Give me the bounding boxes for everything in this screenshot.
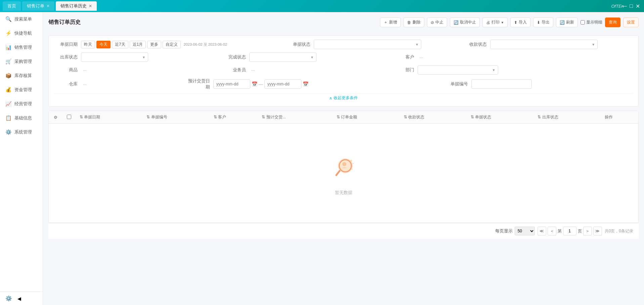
show-detail-checkbox[interactable]: 显示明细 <box>581 20 602 25</box>
sidebar-bottom: ⚙️ ◀ <box>0 292 43 305</box>
delete-button[interactable]: 🗑 删除 <box>403 17 424 27</box>
close-sales-order-history-tab[interactable]: ✕ <box>89 4 92 8</box>
sidebar-item-finance-mgmt[interactable]: 💰 资金管理 <box>0 83 43 97</box>
complete-status-label: 完成状态 <box>222 54 249 60</box>
tab-home[interactable]: 首页 <box>3 1 21 11</box>
table-settings-col[interactable]: ⚙ <box>49 111 62 124</box>
department-select[interactable] <box>418 65 498 75</box>
warehouse-ellipsis[interactable]: ··· <box>81 82 89 87</box>
query-button[interactable]: 查询 <box>605 17 620 27</box>
sidebar-item-basic-info[interactable]: 📋 基础信息 <box>0 111 43 125</box>
tab-sales-order[interactable]: 销售订单 ✕ <box>22 1 54 11</box>
sidebar-item-basic-info-label: 基础信息 <box>14 115 32 121</box>
close-sales-order-tab[interactable]: ✕ <box>46 4 50 8</box>
order-number-input[interactable] <box>471 79 532 89</box>
date-range-text: 2023-06-02 至 2023-06-02 <box>183 42 227 47</box>
sidebar-settings-icon[interactable]: ⚙️ <box>5 295 12 302</box>
col-date[interactable]: ⇅ 单据日期 <box>76 111 142 124</box>
page-first-btn[interactable]: ≪ <box>538 227 546 235</box>
page-next-btn[interactable]: ＞ <box>583 227 592 235</box>
show-detail-input[interactable] <box>581 20 585 25</box>
col-order-status[interactable]: ⇅ 单据状态 <box>467 111 533 124</box>
print-label: 打印 <box>491 20 500 25</box>
add-button[interactable]: ＋ 新增 <box>380 17 401 27</box>
minimize-icon[interactable]: — <box>621 3 627 9</box>
col-receipt-status-label: 收款状态 <box>408 115 424 119</box>
delivery-date-end-input[interactable] <box>264 79 301 89</box>
per-page-dropdown[interactable]: 10 20 50 100 <box>515 227 535 235</box>
refresh-icon: 🔄 <box>560 20 565 25</box>
sidebar-item-sales-mgmt[interactable]: 📊 销售管理 <box>0 40 43 54</box>
cancel-stop-button[interactable]: 🔄 取消中止 <box>450 17 480 27</box>
col-number[interactable]: ⇅ 单据编号 <box>142 111 209 124</box>
date-last7-btn[interactable]: 近7天 <box>112 41 128 48</box>
sidebar-item-inventory-check[interactable]: 📦 库存核算 <box>0 69 43 83</box>
sidebar-item-quick-nav[interactable]: ⚡ 快捷导航 <box>0 26 43 40</box>
col-outbound-status-label: 出库状态 <box>542 115 558 119</box>
date-more-btn[interactable]: 更多 <box>147 41 161 48</box>
stop-icon: ⊘ <box>431 20 434 25</box>
col-number-label: 单据编号 <box>151 115 167 119</box>
col-amount[interactable]: ⇅ 订单金额 <box>333 111 399 124</box>
filter-date-cell: 单据日期 昨天 今天 近7天 近1月 更多 自定义 2023-06-02 至 2… <box>54 41 280 48</box>
col-customer[interactable]: ⇅ 客户 <box>210 111 258 124</box>
date-today-btn[interactable]: 今天 <box>96 41 111 48</box>
order-number-label: 单据编号 <box>444 81 471 87</box>
goods-ellipsis[interactable]: ··· <box>81 68 89 73</box>
sidebar-item-quick-nav-label: 快捷导航 <box>14 30 32 36</box>
import-icon: ⬆ <box>514 20 517 25</box>
export-button[interactable]: ⬇ 导出 <box>533 17 553 27</box>
sidebar-item-search-menu-label: 搜索菜单 <box>14 16 32 22</box>
order-status-select[interactable] <box>314 40 421 49</box>
refresh-label: 刷新 <box>566 20 574 25</box>
customer-ellipsis[interactable]: ··· <box>418 55 425 60</box>
page-label-after: 页 <box>578 228 582 234</box>
calendar-end-icon[interactable]: 📅 <box>303 81 308 87</box>
sidebar-item-search-menu[interactable]: 🔍 搜索菜单 <box>0 12 43 26</box>
toolbar: ＋ 新增 🗑 删除 ⊘ 中止 🔄 取消中止 🖨 打印 <box>380 17 639 27</box>
salesperson-ellipsis[interactable]: ··· <box>249 68 257 73</box>
settings-button[interactable]: 设置 <box>623 17 639 27</box>
date-yesterday-btn[interactable]: 昨天 <box>81 41 95 48</box>
print-arrow-icon: ▼ <box>501 21 504 24</box>
col-delivery[interactable]: ⇅ 预计交货... <box>258 111 333 124</box>
table-check-col[interactable] <box>62 111 76 124</box>
calendar-start-icon[interactable]: 📅 <box>252 81 257 87</box>
page-last-btn[interactable]: ≫ <box>593 227 602 235</box>
basic-info-icon: 📋 <box>5 115 12 121</box>
sidebar-item-system-mgmt[interactable]: ⚙️ 系统管理 <box>0 125 43 139</box>
empty-state-cell: 暂无数据 <box>49 124 638 223</box>
filter-row-2: 出库状态 ▼ 完成状态 ▼ 客户 ··· <box>54 52 633 62</box>
select-all-checkbox[interactable] <box>67 115 71 119</box>
sidebar-item-operations-mgmt[interactable]: 📈 经营管理 <box>0 97 43 111</box>
maximize-icon[interactable]: □ <box>630 3 633 9</box>
date-last1month-btn[interactable]: 近1月 <box>130 41 146 48</box>
tab-sales-order-history[interactable]: 销售订单历史 ✕ <box>56 1 97 11</box>
page-input[interactable] <box>563 227 576 235</box>
delivery-date-start-input[interactable] <box>213 79 250 89</box>
col-outbound-status[interactable]: ⇅ 出库状态 <box>533 111 600 124</box>
col-action: 操作 <box>601 111 638 124</box>
sidebar-item-inventory-check-label: 库存核算 <box>14 73 32 79</box>
filter-outbound-status-cell: 出库状态 ▼ <box>54 52 216 62</box>
sidebar-collapse-icon[interactable]: ◀ <box>17 296 21 301</box>
receipt-status-select[interactable] <box>490 40 598 49</box>
close-icon[interactable]: ✕ <box>636 3 640 9</box>
empty-text: 暂无数据 <box>335 190 352 196</box>
main-layout: 🔍 搜索菜单 ⚡ 快捷导航 📊 销售管理 🛒 采购管理 📦 库存核算 💰 资金管… <box>0 12 644 305</box>
sidebar-item-purchase-mgmt[interactable]: 🛒 采购管理 <box>0 54 43 69</box>
import-button[interactable]: ⬆ 导入 <box>510 17 530 27</box>
inventory-check-icon: 📦 <box>5 73 12 79</box>
print-button[interactable]: 🖨 打印 ▼ <box>482 17 508 27</box>
date-custom-btn[interactable]: 自定义 <box>163 41 181 48</box>
collapse-button[interactable]: ∧ 收起更多条件 <box>54 93 633 102</box>
page-prev-btn[interactable]: ＜ <box>548 227 556 235</box>
col-receipt-status[interactable]: ⇅ 收款状态 <box>400 111 467 124</box>
filter-row-1: 单据日期 昨天 今天 近7天 近1月 更多 自定义 2023-06-02 至 2… <box>54 40 633 49</box>
delete-icon: 🗑 <box>407 20 411 25</box>
stop-button[interactable]: ⊘ 中止 <box>427 17 447 27</box>
col-delivery-label: 预计交货... <box>266 115 286 119</box>
outbound-status-select[interactable] <box>81 52 148 62</box>
complete-status-select[interactable] <box>249 52 316 62</box>
refresh-button[interactable]: 🔄 刷新 <box>556 17 578 27</box>
